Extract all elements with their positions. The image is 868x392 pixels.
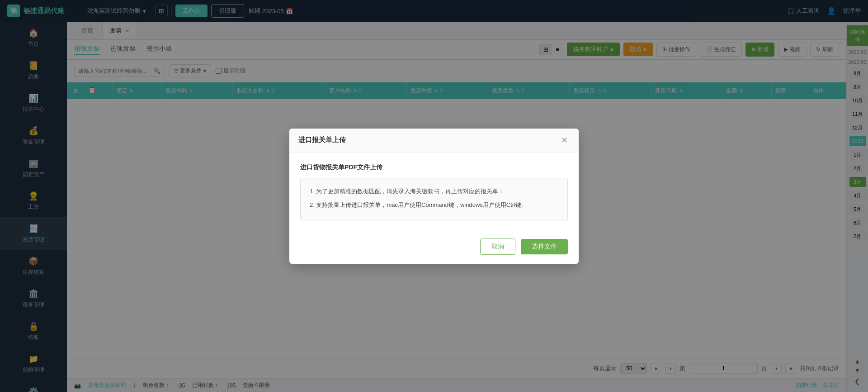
dialog-body: 进口货物报关单PDF文件上传 1. 为了更加精准的数据匹配，请先录入海关缴款书，… bbox=[289, 153, 579, 231]
dialog-cancel-button[interactable]: 取消 bbox=[480, 239, 515, 255]
dialog-info-line-2: 2. 支持批量上传进口报关单，mac用户使用Command键，windows用户… bbox=[310, 199, 558, 211]
dialog-close-button[interactable]: ✕ bbox=[559, 135, 570, 146]
dialog-confirm-button[interactable]: 选择文件 bbox=[521, 239, 568, 254]
dialog-footer: 取消 选择文件 bbox=[289, 231, 579, 264]
dialog-overlay[interactable]: 进口报关单上传 ✕ 进口货物报关单PDF文件上传 1. 为了更加精准的数据匹配，… bbox=[0, 0, 868, 392]
upload-dialog: 进口报关单上传 ✕ 进口货物报关单PDF文件上传 1. 为了更加精准的数据匹配，… bbox=[289, 129, 579, 264]
dialog-info-line-1: 1. 为了更加精准的数据匹配，请先录入海关缴款书，再上传对应的报关单； bbox=[310, 186, 558, 197]
dialog-header: 进口报关单上传 ✕ bbox=[289, 129, 579, 153]
dialog-info-box: 1. 为了更加精准的数据匹配，请先录入海关缴款书，再上传对应的报关单； 2. 支… bbox=[300, 178, 568, 220]
dialog-section-title: 进口货物报关单PDF文件上传 bbox=[300, 163, 568, 172]
close-icon: ✕ bbox=[561, 135, 568, 145]
dialog-title: 进口报关单上传 bbox=[298, 136, 346, 144]
